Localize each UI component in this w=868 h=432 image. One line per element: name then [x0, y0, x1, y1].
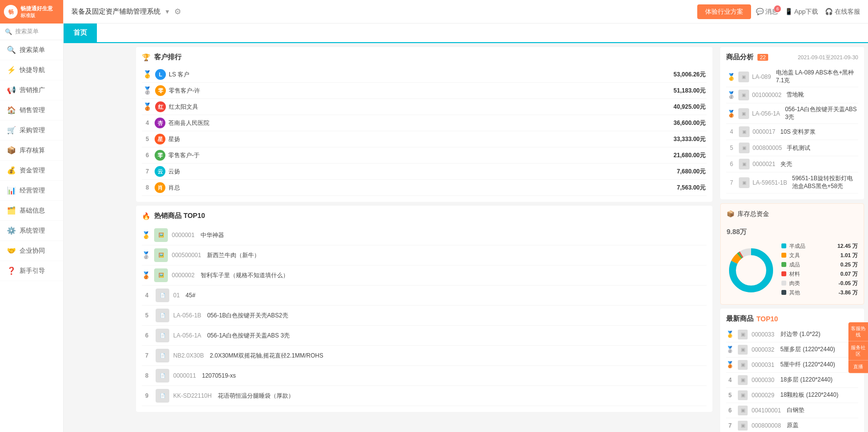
customer-name: 零售客户-于	[168, 151, 671, 160]
product-name: 手机测试	[787, 144, 857, 152]
latest-product-row: 🥉 ▣ 0000031 5厘中纤 (1220*2440)	[726, 358, 858, 373]
sidebar-item-inventory[interactable]: 📦库存核算	[0, 141, 63, 161]
customer-rank-row: 🥉 红 红太阳文具 40,925.00元	[142, 99, 707, 115]
product-code: 000500001	[172, 252, 201, 259]
mobile-icon: 📱	[785, 8, 793, 15]
sidebar-item-operation[interactable]: 📊经营管理	[0, 181, 63, 201]
product-name: 5厘中纤 (1220*2440)	[780, 361, 858, 369]
topbar: 装备及固定资产辅助管理系统 ▼ ⚙ 体验行业方案 💬 消息 6 📱 App下载 …	[64, 0, 868, 24]
hot-product-row: 9 📄 KK-SD22110H 花语萌恒温分腿睡袋（厚款）	[142, 386, 707, 406]
product-image: 📄	[156, 389, 169, 403]
customer-amount: 21,680.00元	[674, 151, 706, 160]
cooperation-icon: 🤝	[7, 246, 16, 255]
latest-products-list: 🥇 ▣ 0000033 封边带 (1.0*22) 🥈 ▣ 0000032 5厘多…	[726, 327, 858, 432]
rank-num: 7	[726, 422, 734, 429]
sales-icon: 🏠	[7, 106, 16, 115]
stock-donut-chart	[727, 246, 776, 295]
product-name: 电池盖 LA-089 ABS本色+黑种 7.1克	[776, 69, 857, 84]
product-code: KK-SD22110H	[173, 392, 212, 399]
sidebar-item-shortcut[interactable]: ⚡快捷导航	[0, 60, 63, 80]
content-area: 🏆 客户排行 🥇 L LS 客户 53,006.26元 🥈 零 零售客户-许 5…	[64, 43, 868, 432]
online-service-btn[interactable]: 🎧 在线客服	[825, 7, 860, 16]
legend-color-dot	[781, 243, 786, 248]
messages-btn[interactable]: 💬 消息 6	[756, 7, 778, 16]
logo-icon: 畅	[4, 5, 18, 19]
app-download-btn[interactable]: 📱 App下载	[785, 7, 818, 16]
product-code: LA-056-1B	[173, 312, 201, 319]
basic-icon: 🗂️	[7, 206, 16, 215]
rank-num: 6	[143, 152, 152, 159]
customer-avatar: 杏	[155, 118, 165, 128]
operation-icon: 📊	[7, 186, 16, 195]
sidebar-item-cooperation[interactable]: 🤝企业协同	[0, 241, 63, 261]
product-analysis-card: 商品分析 22 2021-09-01至2021-09-30 🥇 ▣ LA-089…	[720, 47, 864, 199]
tab-home[interactable]: 首页	[64, 24, 97, 42]
headset-icon: 🎧	[825, 8, 833, 15]
product-thumb: ▣	[739, 126, 750, 137]
sidebar-item-system[interactable]: ⚙️系统管理	[0, 221, 63, 241]
sidebar-item-search[interactable]: 🔍搜索菜单	[0, 40, 63, 60]
float-btn-服务社区[interactable]: 服务社区	[848, 341, 868, 360]
product-name: 18颗粒板 (1220*2440)	[780, 391, 858, 399]
customer-rank-row: 🥇 L LS 客户 53,006.26元	[142, 67, 707, 83]
topbar-right: 💬 消息 6 📱 App下载 🎧 在线客服	[756, 7, 860, 16]
hot-products-title: 🔥 热销商品 TOP10	[142, 212, 707, 220]
float-btn-直播[interactable]: 直播	[848, 360, 868, 373]
product-name: 2.0X30MM双摇花轴,摇花直径2.1MM/ROHS	[210, 352, 323, 360]
panel-product-rank: 商品分析 22 2021-09-01至2021-09-30 🥇 ▣ LA-089…	[716, 43, 868, 432]
product-thumb: ▣	[738, 406, 748, 415]
sidebar-item-guide[interactable]: ❓新手引导	[0, 261, 63, 281]
product-image: 🖼️	[154, 268, 168, 282]
legend-color-dot	[781, 281, 786, 286]
customer-avatar: 零	[155, 85, 166, 96]
product-name: 白钢垫	[787, 407, 858, 414]
dropdown-arrow-icon[interactable]: ▼	[164, 8, 170, 15]
rank-num: 5	[142, 312, 152, 319]
customer-amount: 40,925.00元	[674, 103, 706, 111]
product-code: LA-056-1A	[173, 332, 201, 339]
sidebar-item-basic[interactable]: 🗂️基础信息	[0, 201, 63, 221]
product-thumb: ▣	[739, 143, 750, 153]
customer-name: 零售客户-许	[169, 87, 671, 95]
product-code: 000800005	[753, 144, 782, 151]
customer-avatar: 红	[155, 101, 166, 112]
hot-product-row: 4 📄 01 45#	[142, 286, 707, 306]
latest-products-card: 最新商品 TOP10 🥇 ▣ 0000033 封边带 (1.0*22) 🥈 ▣ …	[720, 309, 864, 432]
product-code: 0000017	[753, 128, 776, 135]
search-menu[interactable]: 🔍 搜索菜单	[0, 24, 63, 40]
legend-name: 半成品	[789, 242, 834, 250]
stock-legend-item: 半成品 12.45 万	[781, 242, 858, 250]
rank-num: 7	[727, 179, 736, 186]
legend-value: 0.07 万	[841, 270, 858, 278]
latest-product-row: 7 ▣ 000800008 原盖	[726, 418, 858, 432]
hot-product-row: 🥈 🖼️ 000500001 新西兰牛肉（新牛）	[142, 245, 707, 265]
product-name: 封边带 (1.0*22)	[780, 331, 858, 338]
legend-color-dot	[781, 290, 786, 295]
shortcut-icon: ⚡	[7, 66, 16, 74]
product-code: LA-089	[752, 73, 771, 80]
product-thumb: ▣	[738, 345, 748, 355]
customer-avatar: 肖	[155, 182, 165, 193]
sidebar-item-marketing[interactable]: 📢营销推广	[0, 80, 63, 100]
product-rank-right-list: 🥇 ▣ LA-089 电池盖 LA-089 ABS本色+黑种 7.1克 🥈 ▣ …	[726, 67, 858, 193]
sidebar-item-sales[interactable]: 🏠销售管理	[0, 100, 63, 120]
product-name: 原盖	[787, 422, 858, 430]
customer-rank-row: 8 肖 肖总 7,563.00元	[142, 180, 707, 196]
product-thumb: ▣	[738, 72, 749, 82]
rank-num: 6	[726, 407, 734, 414]
sidebar-item-purchase[interactable]: 🛒采购管理	[0, 120, 63, 141]
trial-btn[interactable]: 体验行业方案	[697, 4, 751, 19]
product-code: 0000030	[752, 377, 775, 384]
stock-amount: 9.88万	[727, 222, 858, 238]
rank-num: 4	[143, 120, 152, 126]
product-name: 45#	[185, 292, 195, 299]
product-image: 📄	[156, 369, 169, 383]
settings-icon[interactable]: ⚙	[174, 7, 181, 16]
system-title: 装备及固定资产辅助管理系统	[71, 7, 160, 16]
rank-num: 4	[142, 292, 152, 299]
rank-num: 5	[727, 144, 736, 151]
tab-bar: 首页	[64, 24, 868, 43]
product-code: 0000029	[752, 392, 775, 399]
float-btn-客服热线[interactable]: 客服热线	[848, 322, 868, 341]
sidebar-item-finance[interactable]: 💰资金管理	[0, 161, 63, 181]
